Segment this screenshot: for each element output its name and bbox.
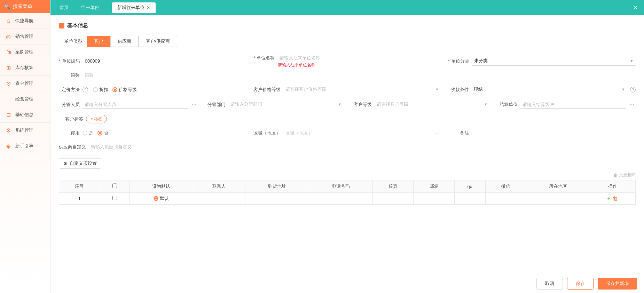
payment-terms-select[interactable]: 现结 ▼	[472, 85, 627, 94]
level-radio-circle	[112, 87, 117, 92]
default-radio[interactable]	[154, 196, 158, 201]
sidebar-label-basic: 基础信息	[15, 112, 33, 118]
unit-code-input[interactable]	[83, 57, 246, 65]
add-row-button[interactable]: +	[607, 195, 610, 201]
table-header-0: 序号	[59, 180, 100, 193]
settlement-label: 结算单位	[497, 101, 518, 108]
quick-nav-icon: ⌂	[5, 17, 12, 24]
short-name-field: 简称	[59, 71, 246, 79]
pricing-field: 定价方法 ? 折扣 价格等级	[59, 85, 246, 94]
sidebar-item-guide[interactable]: ◈新手引导	[0, 138, 50, 154]
guide-icon: ◈	[5, 143, 12, 149]
customer-level-field: 客户等级 请选择客户等级 ▼	[351, 100, 490, 109]
custom-settings-button[interactable]: ⚙ 自定义项设置	[59, 158, 101, 169]
table-header-10: 所在地区	[526, 180, 590, 193]
settings-section: ⚙ 自定义项设置	[59, 158, 636, 169]
sidebar: 🔍 搜索菜单 ⌂快捷导航◎销售管理🛍采购管理⊞库存核算⊙资金管理≡经营管理⊡基础…	[0, 0, 50, 293]
tab-label-new-partner: 新增往来单位	[117, 5, 144, 11]
pricing-radio-group: 折扣 价格等级	[93, 87, 137, 93]
manager-input[interactable]	[83, 100, 188, 109]
close-window-button[interactable]: ✕	[630, 5, 641, 11]
tab-bar: 首页往来单位✕新增往来单位✕ ✕	[50, 0, 644, 15]
tab-new-partner[interactable]: 新增往来单位✕	[112, 2, 156, 13]
batch-delete-button[interactable]: 🗑 批量删除	[613, 172, 636, 178]
table-header-9: 微信	[485, 180, 526, 193]
unit-type-supplier-button[interactable]: 供应商	[110, 36, 139, 47]
sidebar-item-basic[interactable]: ⊡基础信息	[0, 107, 50, 123]
row-cell-2	[309, 193, 373, 205]
tab-close-new-partner[interactable]: ✕	[147, 5, 150, 10]
cancel-button[interactable]: 取消	[536, 278, 563, 290]
pricing-level-radio[interactable]: 价格等级	[112, 87, 137, 93]
short-name-input[interactable]	[83, 71, 246, 79]
tab-home[interactable]: 首页	[54, 2, 74, 13]
sidebar-label-purchase: 采购管理	[15, 49, 33, 55]
tab-close-partners[interactable]: ✕	[101, 5, 105, 10]
payment-arrow-icon: ▼	[621, 87, 625, 91]
sidebar-item-sales[interactable]: ◎销售管理	[0, 29, 50, 44]
main-area: 首页往来单位✕新增往来单位✕ ✕ 基本信息 单位类型 客户供应商客户/供应商 单…	[50, 0, 644, 293]
sidebar-item-quick-nav[interactable]: ⌂快捷导航	[0, 13, 50, 29]
yes-radio-circle	[83, 131, 87, 136]
table-header-4: 到货地址	[245, 180, 309, 193]
tab-label-partners: 往来单位	[81, 5, 99, 11]
customer-level-arrow-icon: ▼	[484, 102, 488, 106]
remark-input[interactable]	[472, 129, 636, 137]
price-level-field: 客户价格等级 请选择客户价格等级 ▼	[253, 85, 441, 94]
no-radio-circle	[97, 131, 102, 136]
region-input[interactable]	[283, 129, 431, 137]
contacts-table: 序号设为默认联系人到货地址电话号码传真邮箱qq微信所在地区操作 1默认+🗑	[59, 180, 636, 205]
operations-icon: ≡	[5, 96, 12, 103]
sidebar-item-purchase[interactable]: 🛍采购管理	[0, 44, 50, 60]
unit-name-error: 请输入往来单位名称	[278, 63, 315, 67]
payment-help-icon[interactable]: ?	[630, 87, 636, 92]
settlement-more-button[interactable]: ···	[628, 101, 636, 108]
delete-icon: 🗑	[613, 173, 618, 178]
save-and-new-button[interactable]: 保存并新增	[598, 278, 637, 290]
sidebar-item-inventory[interactable]: ⊞库存核算	[0, 60, 50, 76]
add-tag-button[interactable]: + 标签	[86, 115, 107, 123]
dept-select[interactable]: 请输入分管部门 ▼	[228, 100, 344, 109]
table-row: 1默认+🗑	[59, 193, 636, 205]
unit-category-select[interactable]: 未分类 ▼	[472, 56, 636, 66]
region-field: 区域（地区） ···	[253, 129, 441, 137]
pricing-label: 定价方法	[59, 87, 80, 93]
select-all-checkbox[interactable]	[112, 184, 117, 188]
pricing-discount-radio[interactable]: 折扣	[93, 87, 108, 93]
unit-category-label: 单位分类	[448, 58, 469, 64]
row-cell-6	[485, 193, 526, 205]
unit-name-input[interactable]	[277, 54, 441, 62]
tab-partners[interactable]: 往来单位✕	[76, 2, 110, 13]
save-button[interactable]: 保存	[567, 278, 594, 290]
row-checkbox[interactable]	[112, 196, 117, 200]
payment-terms-field: 收款条件 现结 ▼ ?	[448, 85, 636, 94]
section-title: 基本信息	[59, 22, 636, 29]
disabled-no-radio[interactable]: 否	[97, 130, 108, 136]
customer-level-select[interactable]: 请选择客户等级 ▼	[375, 100, 490, 109]
manager-more-button[interactable]: ···	[190, 101, 198, 108]
settlement-field: 结算单位 ···	[497, 100, 636, 109]
sales-icon: ◎	[5, 33, 12, 40]
disabled-yes-radio[interactable]: 是	[83, 130, 93, 136]
system-icon: ⚙	[5, 127, 12, 134]
sidebar-item-operations[interactable]: ≡经营管理	[0, 91, 50, 107]
sidebar-item-finance[interactable]: ⊙资金管理	[0, 76, 50, 91]
unit-type-both-button[interactable]: 客户/供应商	[139, 36, 177, 47]
finance-icon: ⊙	[5, 80, 12, 87]
table-toolbar: 🗑 批量删除	[59, 172, 636, 178]
unit-type-customer-button[interactable]: 客户	[87, 36, 110, 47]
dept-label: 分管部门	[205, 101, 226, 108]
default-label: 默认	[160, 195, 169, 202]
price-level-select[interactable]: 请选择客户价格等级 ▼	[283, 85, 441, 94]
table-header-8: qq	[454, 180, 485, 193]
delete-row-button[interactable]: 🗑	[613, 195, 618, 201]
gear-icon: ⚙	[63, 161, 68, 166]
region-more-button[interactable]: ···	[434, 130, 441, 136]
search-menu-button[interactable]: 🔍 搜索菜单	[0, 0, 50, 13]
row-cell-7	[526, 193, 590, 205]
settlement-input[interactable]	[520, 100, 626, 109]
sidebar-label-system: 系统管理	[15, 127, 33, 133]
sidebar-item-system[interactable]: ⚙系统管理	[0, 123, 50, 138]
supplier-custom-input[interactable]	[89, 143, 207, 151]
pricing-help-icon[interactable]: ?	[83, 87, 88, 92]
